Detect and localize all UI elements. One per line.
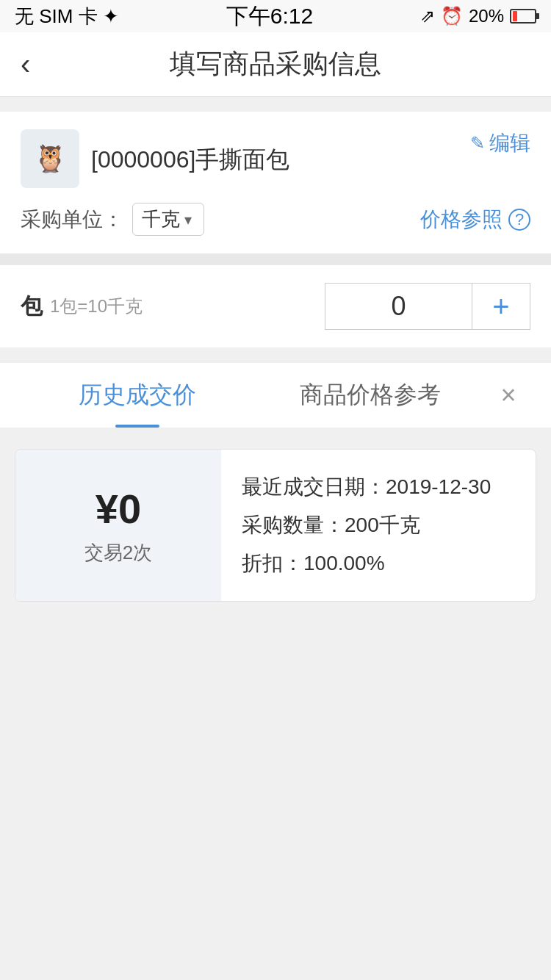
quantity-control: 0 + <box>325 283 530 330</box>
quantity-value: 0 <box>391 291 406 322</box>
tab-close-button[interactable]: × <box>486 373 530 417</box>
status-bar: 无 SIM 卡 ✦ 下午6:12 ⇗ ⏰ 20% <box>0 0 551 32</box>
product-name: [0000006]手撕面包 <box>91 144 289 176</box>
quantity-hint: 1包=10千克 <box>50 295 143 318</box>
product-logo-icon: 🦉 <box>34 143 67 174</box>
sim-text: 无 SIM 卡 ✦ <box>15 4 119 29</box>
price-ref-label: 价格参照 <box>420 206 503 234</box>
nav-bar: ‹ 填写商品采购信息 <box>0 32 551 97</box>
unit-value: 千克 <box>142 206 180 232</box>
tab-underline <box>115 425 159 428</box>
transaction-left: ¥0 交易2次 <box>15 450 221 601</box>
edit-icon: ✎ <box>470 133 485 154</box>
price-ref-button[interactable]: 价格参照 ? <box>420 206 530 234</box>
quantity-label: 包 1包=10千克 <box>21 292 143 322</box>
tab-history-price[interactable]: 历史成交价 <box>21 363 253 428</box>
product-thumbnail: 🦉 <box>21 129 79 188</box>
chevron-down-icon: ▾ <box>184 211 192 228</box>
unit-label: 采购单位： <box>21 206 123 234</box>
recent-date-row: 最近成交日期：2019-12-30 <box>242 473 515 501</box>
edit-button[interactable]: ✎ 编辑 <box>470 129 530 157</box>
alarm-icon: ⏰ <box>441 6 463 26</box>
content-area: ¥0 交易2次 最近成交日期：2019-12-30 采购数量：200千克 折扣：… <box>0 449 551 890</box>
product-left: 🦉 [0000006]手撕面包 <box>21 129 289 188</box>
transaction-count: 交易2次 <box>84 540 152 566</box>
transaction-card: ¥0 交易2次 最近成交日期：2019-12-30 采购数量：200千克 折扣：… <box>15 449 536 602</box>
purchase-qty-row: 采购数量：200千克 <box>242 511 515 539</box>
edit-label: 编辑 <box>489 129 530 157</box>
tab-history-label: 历史成交价 <box>79 379 196 411</box>
help-circle-icon: ? <box>508 209 530 231</box>
battery-icon <box>510 9 536 24</box>
tabs-row: 历史成交价 商品价格参考 × <box>0 363 551 428</box>
discount-row: 折扣：100.00% <box>242 550 515 577</box>
transaction-right: 最近成交日期：2019-12-30 采购数量：200千克 折扣：100.00% <box>221 450 536 601</box>
tab-price-ref-label: 商品价格参考 <box>300 379 441 411</box>
product-unit-row: 采购单位： 千克 ▾ 价格参照 ? <box>21 203 530 236</box>
product-card: 🦉 [0000006]手撕面包 ✎ 编辑 采购单位： 千克 ▾ 价格参照 ? <box>0 112 551 253</box>
status-time: 下午6:12 <box>226 1 313 32</box>
divider-strip <box>0 253 551 265</box>
battery-percent: 20% <box>469 6 504 26</box>
product-header: 🦉 [0000006]手撕面包 ✎ 编辑 <box>21 129 530 188</box>
back-button[interactable]: ‹ <box>21 48 30 81</box>
location-icon: ⇗ <box>420 6 435 26</box>
transaction-price: ¥0 <box>96 485 141 533</box>
quantity-row: 包 1包=10千克 0 + <box>0 265 551 348</box>
unit-select[interactable]: 千克 ▾ <box>132 203 204 236</box>
status-left: 无 SIM 卡 ✦ <box>15 4 119 29</box>
status-right: ⇗ ⏰ 20% <box>420 6 536 26</box>
page-title: 填写商品采购信息 <box>170 46 381 82</box>
quantity-input[interactable]: 0 <box>325 283 472 330</box>
tabs-container: 历史成交价 商品价格参考 × <box>0 363 551 428</box>
tab-price-ref[interactable]: 商品价格参考 <box>253 363 486 428</box>
quantity-plus-button[interactable]: + <box>472 283 530 330</box>
unit-left: 采购单位： 千克 ▾ <box>21 203 204 236</box>
unit-badge: 包 <box>21 292 43 322</box>
